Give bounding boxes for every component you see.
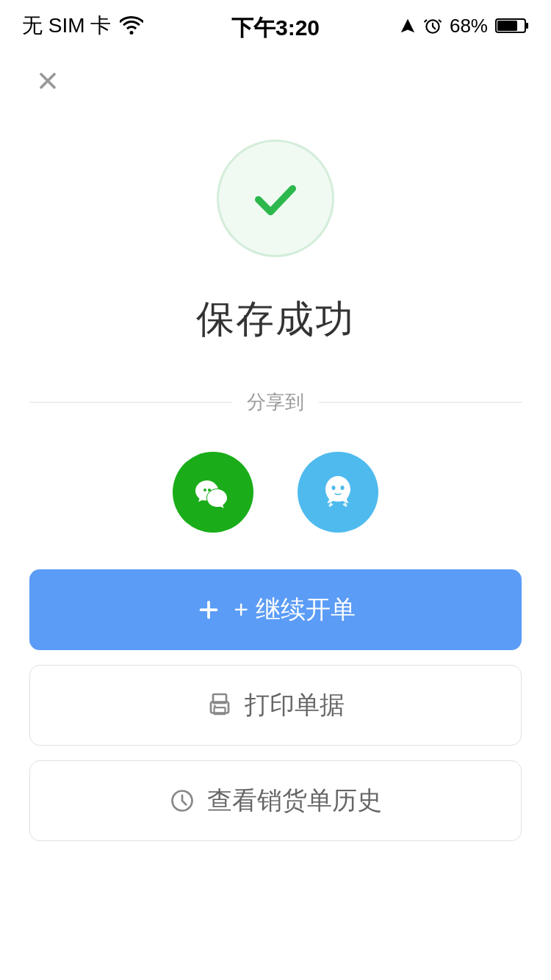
alarm-icon xyxy=(423,16,442,35)
share-label: 分享到 xyxy=(247,389,304,415)
print-icon xyxy=(206,692,233,718)
wechat-share-button[interactable] xyxy=(173,452,253,533)
print-button[interactable]: 打印单据 xyxy=(29,665,522,746)
success-circle xyxy=(217,140,334,257)
status-right: 68% xyxy=(400,15,529,37)
share-icons xyxy=(29,452,522,533)
print-label: 打印单据 xyxy=(245,688,345,722)
svg-point-7 xyxy=(218,496,221,499)
svg-point-6 xyxy=(213,496,216,499)
continue-label: + 继续开单 xyxy=(234,593,355,627)
close-button[interactable] xyxy=(29,62,66,99)
svg-point-5 xyxy=(208,489,211,491)
location-icon xyxy=(400,18,416,34)
battery-icon xyxy=(495,17,529,35)
svg-point-9 xyxy=(341,486,345,490)
main-content: 保存成功 分享到 xyxy=(0,51,551,841)
svg-point-13 xyxy=(214,705,216,707)
svg-point-4 xyxy=(204,489,206,491)
svg-rect-3 xyxy=(526,23,528,29)
success-title: 保存成功 xyxy=(196,294,355,345)
status-bar: 无 SIM 卡 下午3:20 68% xyxy=(0,0,551,51)
battery-percentage: 68% xyxy=(450,15,488,37)
wifi-icon xyxy=(120,16,143,35)
history-button[interactable]: 查看销货单历史 xyxy=(29,760,522,841)
qq-share-button[interactable] xyxy=(298,452,378,533)
action-buttons: + 继续开单 打印单据 查看销货单历史 xyxy=(0,569,551,841)
share-section: 分享到 xyxy=(0,389,551,533)
continue-button[interactable]: + 继续开单 xyxy=(29,569,522,650)
sim-status: 无 SIM 卡 xyxy=(22,12,111,40)
history-label: 查看销货单历史 xyxy=(207,784,382,818)
status-time: 下午3:20 xyxy=(231,13,320,43)
share-divider: 分享到 xyxy=(29,389,522,415)
plus-icon xyxy=(195,597,222,623)
status-left: 无 SIM 卡 xyxy=(22,12,143,40)
history-icon xyxy=(169,788,195,814)
svg-point-8 xyxy=(332,486,336,490)
svg-rect-2 xyxy=(497,21,517,31)
